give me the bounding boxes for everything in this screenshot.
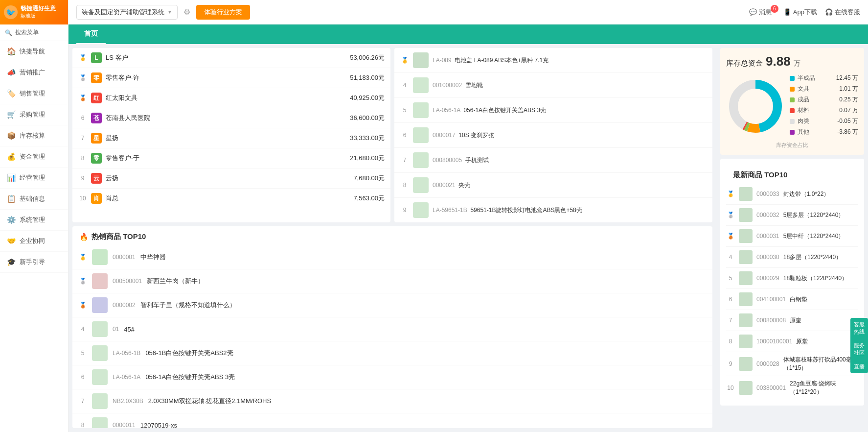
legend-item: 其他 -3.86 万 (790, 128, 858, 136)
customer-name: 零售客户·许 (106, 73, 346, 82)
sidebar-item-label: 系统管理 (20, 216, 45, 224)
nav-home[interactable]: 首页 (76, 24, 106, 44)
product-info: 0000017 10S 变刹罗弦 (433, 131, 707, 140)
new-products-panel: 最新商品 TOP10 🥇 0000033 封边带（1.0*22） 🥈 00000… (720, 159, 864, 406)
right-panel: 库存总资金 9.88 万 (716, 44, 868, 432)
customer-hotline-button[interactable]: 客服 热线 (850, 318, 868, 339)
customer-name: 苍南县人民医院 (106, 114, 346, 122)
sidebar-item-sales[interactable]: 🏷️ 销售管理 (0, 83, 68, 104)
customer-badge: 云 (91, 173, 102, 184)
rank-number: 7 (78, 398, 87, 405)
list-item: 🥇 0000033 封边带（1.0*22） (726, 184, 858, 205)
inventory-title: 库存总资金 9.88 万 (726, 54, 858, 69)
topbar: 装备及固定资产辅助管理系统 ▼ ⚙ 体验行业方案 💬 消息 6 📱 App下载 … (69, 0, 868, 24)
online-service-item[interactable]: 🎧 在线客服 (825, 8, 860, 17)
sidebar-item-label: 基础信息 (20, 194, 45, 203)
list-item: 🥈 000500001 新西兰牛肉（新牛） (72, 269, 712, 293)
inventory-sub-label: 库存资金占比 (726, 142, 858, 149)
table-row: 10 肖 肖总 7,563.00元 (72, 189, 390, 208)
sidebar-item-label: 资金管理 (20, 152, 45, 161)
service-community-button[interactable]: 服务 社区 (850, 339, 868, 360)
trial-button[interactable]: 体验行业方案 (196, 5, 250, 20)
list-item: 5 LA-056-1B 056-1B白色按键开关壳ABS2壳 (72, 341, 712, 365)
list-item: 9 0000028 体城嘉枝味苏打饮品400毫升（1*15） (726, 352, 858, 376)
product-image (92, 345, 108, 361)
list-item: 4 01 45# (72, 317, 712, 341)
search-menu-item[interactable]: 🔍 搜索菜单 (0, 24, 68, 41)
product-name: 5层多层（1220*2440） (783, 211, 858, 219)
rank-number: 8 (400, 182, 409, 189)
table-row: 🥇 L LS 客户 53,006.26元 (72, 48, 390, 68)
sidebar-item-marketing[interactable]: 📣 营销推广 (0, 62, 68, 83)
customer-amount: 33,333.00元 (350, 134, 385, 143)
new-products-title: 最新商品 TOP10 (726, 165, 858, 184)
product-name: 体城嘉枝味苏打饮品400毫升（1*15） (783, 356, 858, 372)
product-code: 003800001 (756, 384, 786, 391)
medal-bronze-icon: 🥉 (78, 95, 87, 101)
app-download-item[interactable]: 📱 App下载 (783, 8, 817, 17)
legend-value: -3.86 万 (837, 128, 858, 136)
hot-products-title: 🔥 热销商品 TOP10 (72, 226, 712, 245)
product-image (413, 77, 429, 93)
customer-name: 零售客户·于 (106, 154, 346, 163)
medal-icon: 🥉 (726, 233, 735, 240)
settings-icon[interactable]: ⚙ (183, 7, 190, 17)
marketing-icon: 📣 (7, 68, 16, 77)
rank-number: 7 (400, 157, 409, 164)
message-badge-item[interactable]: 💬 消息 6 (749, 8, 776, 17)
topbar-right: 💬 消息 6 📱 App下载 🎧 在线客服 (749, 8, 860, 17)
medal-silver-icon: 🥈 (78, 74, 87, 81)
logo-icon: 🐦 (4, 5, 18, 19)
table-row: 6 苍 苍南县人民医院 36,600.00元 (72, 108, 390, 128)
sidebar-item-guide[interactable]: 🎓 新手引导 (0, 252, 68, 273)
sidebar-item-system[interactable]: ⚙️ 系统管理 (0, 210, 68, 231)
legend-value: 1.01 万 (839, 85, 858, 93)
table-row: 6 0000017 10S 变刹罗弦 (394, 123, 712, 148)
legend-item: 材料 0.07 万 (790, 106, 858, 115)
sidebar-item-inventory[interactable]: 📦 库存核算 (0, 125, 68, 146)
sidebar-item-operation[interactable]: 📊 经营管理 (0, 168, 68, 189)
list-item: 8 0000011 12070519-xs (72, 413, 712, 428)
product-image (739, 357, 753, 371)
table-row: 🥇 LA-089 电池盖 LA-089 ABS本色+黑种 7.1克 (394, 48, 712, 73)
sidebar-item-basic[interactable]: 📋 基础信息 (0, 189, 68, 210)
sidebar-item-label: 新手引导 (20, 258, 45, 266)
hot-products-list: 🥇 0000001 中华神器 🥈 000500001 新西兰牛肉（新牛） 🥉 (72, 245, 712, 428)
product-code: 0000032 (756, 212, 779, 218)
rank-number: 7 (78, 135, 87, 142)
product-info: 000800005 手机测试 (433, 156, 707, 165)
rank-number: 5 (400, 107, 409, 114)
sidebar-item-quick-nav[interactable]: 🏠 快捷导航 (0, 41, 68, 62)
sidebar-item-label: 营销推广 (20, 68, 45, 77)
sidebar-item-finance[interactable]: 💰 资金管理 (0, 146, 68, 168)
legend-color (790, 76, 795, 81)
inventory-icon: 📦 (7, 131, 16, 140)
online-service-label: 在线客服 (835, 8, 860, 17)
sidebar-item-purchase[interactable]: 🛒 采购管理 (0, 104, 68, 125)
sidebar-nav: 🏠 快捷导航 📣 营销推广 🏷️ 销售管理 🛒 采购管理 📦 库存核算 💰 资金… (0, 41, 68, 432)
legend-label: 材料 (798, 106, 836, 115)
rank-number: 9 (400, 207, 409, 214)
legend-item: 成品 0.25 万 (790, 96, 858, 104)
legend-color (790, 130, 795, 135)
list-item: 5 0000029 18颗粒板（1220*2440） (726, 268, 858, 289)
legend-value: -0.05 万 (837, 117, 858, 125)
legend-label: 其他 (798, 128, 834, 136)
customer-ranking-panel: 🥇 L LS 客户 53,006.26元 🥈 零 零售客户·许 51,183.0… (72, 48, 390, 222)
rank-number: 8 (726, 338, 735, 345)
product-image (413, 152, 429, 168)
customer-name: 星扬 (106, 134, 346, 143)
system-selector[interactable]: 装备及固定资产辅助管理系统 ▼ (76, 5, 178, 20)
sidebar-item-label: 库存核算 (20, 131, 45, 140)
sidebar-item-corp[interactable]: 🤝 企业协同 (0, 231, 68, 252)
product-name: 封边带（1.0*22） (783, 190, 858, 198)
list-item: 🥈 0000032 5层多层（1220*2440） (726, 205, 858, 226)
sidebar-item-label: 经营管理 (20, 173, 45, 182)
live-button[interactable]: 直播 (850, 360, 868, 373)
legend-color (790, 108, 795, 113)
product-name: 22g鱼豆腐·烧烤味（1*12*20） (790, 380, 858, 396)
product-image (413, 177, 429, 193)
product-name: 18颗粒板（1220*2440） (783, 274, 858, 283)
finance-icon: 💰 (7, 152, 16, 161)
customer-badge: 零 (91, 72, 102, 83)
